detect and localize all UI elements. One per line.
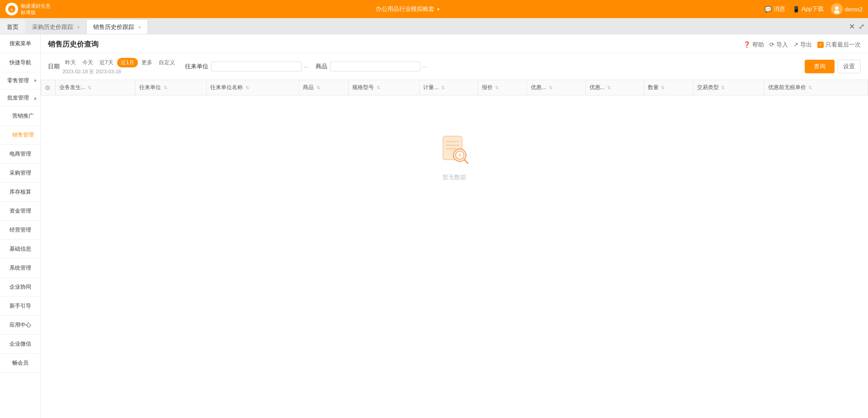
sidebar-item-search[interactable]: 搜索菜单: [0, 34, 40, 53]
query-button[interactable]: 查询: [805, 60, 835, 73]
empty-state: 暂无数据: [41, 95, 868, 218]
tab-purchase-close[interactable]: ×: [77, 24, 80, 30]
empty-icon: [436, 132, 472, 168]
sort-partner-name[interactable]: ⇅: [245, 85, 249, 90]
sidebar-item-retail[interactable]: 零售管理 ▼: [0, 72, 40, 90]
tab-sales-close[interactable]: ×: [138, 24, 141, 30]
more-button[interactable]: 更多: [139, 58, 155, 67]
last1month-button[interactable]: 近1月: [117, 58, 138, 67]
sort-discount1[interactable]: ⇅: [549, 85, 552, 90]
col-pretax-price: 优惠前无税单价 ⇅: [764, 80, 868, 95]
sidebar-item-collab[interactable]: 企业协同: [0, 278, 40, 297]
page-title-bar: 销售历史价查询 ❓ 帮助 ⟳ 导入 ↗ 导出 ✓ 只看最后一次: [41, 34, 868, 53]
sidebar-item-finance[interactable]: 资金管理: [0, 202, 40, 221]
export-button[interactable]: ↗ 导出: [793, 41, 812, 49]
sidebar-item-inventory[interactable]: 库存核算: [0, 183, 40, 202]
date-btn-group: 昨天 今天 近7天 近1月 更多 自定义: [62, 58, 178, 67]
sidebar-wholesale-label: 批发管理: [3, 94, 33, 102]
sidebar-item-system[interactable]: 系统管理: [0, 259, 40, 278]
sort-discount2[interactable]: ⇅: [607, 85, 611, 90]
top-header: 6 畅捷通好生意 标准版 办公用品行业模拟账套 ▾ 💬 消息 📱 App下载 d…: [0, 0, 868, 18]
content-area: 销售历史价查询 ❓ 帮助 ⟳ 导入 ↗ 导出 ✓ 只看最后一次: [41, 34, 868, 418]
sidebar-search-label: 搜索菜单: [9, 40, 31, 47]
sidebar: 搜索菜单 快捷导航 零售管理 ▼ 批发管理 ▲ 营销推广 销售管理 电商管理 采…: [0, 34, 41, 418]
sidebar-retail-label: 零售管理: [3, 77, 33, 85]
tab-bar-actions: ✕ ⤢: [849, 22, 864, 30]
today-button[interactable]: 今天: [80, 58, 96, 67]
custom-button[interactable]: 自定义: [156, 58, 178, 67]
header-right: 💬 消息 📱 App下载 demo2: [764, 3, 863, 15]
yesterday-button[interactable]: 昨天: [62, 58, 79, 67]
partner-filter-group: 往来单位 ···: [185, 62, 308, 71]
help-icon: ❓: [743, 41, 750, 48]
sidebar-operations-label: 经营管理: [9, 227, 31, 233]
sort-pretax-price[interactable]: ⇅: [808, 85, 812, 90]
sidebar-finance-label: 资金管理: [9, 208, 31, 214]
svg-point-2: [835, 6, 839, 10]
sidebar-item-appcenter[interactable]: 应用中心: [0, 316, 40, 335]
window-expand-button[interactable]: ⤢: [859, 22, 864, 30]
sidebar-wechat-label: 企业微信: [9, 341, 31, 347]
app-title-dropdown[interactable]: ▾: [437, 7, 439, 12]
sort-product[interactable]: ⇅: [316, 85, 320, 90]
tab-purchase-history[interactable]: 采购历史价跟踪 ×: [25, 19, 86, 34]
col-partner-name: 往来单位名称 ⇅: [207, 80, 299, 95]
sort-biz-date[interactable]: ⇅: [88, 85, 91, 90]
sidebar-item-quicknav[interactable]: 快捷导航: [0, 53, 40, 72]
tab-sales-history[interactable]: 销售历史价跟踪 ×: [86, 19, 147, 34]
user-area[interactable]: demo2: [831, 3, 863, 15]
product-input[interactable]: [330, 62, 420, 71]
sidebar-item-wechat[interactable]: 企业微信: [0, 335, 40, 354]
header-left: 6 畅捷通好生意 标准版: [5, 3, 51, 16]
import-button[interactable]: ⟳ 导入: [769, 41, 788, 49]
col-product: 商品 ⇅: [299, 80, 349, 95]
logo-area: 6 畅捷通好生意 标准版: [5, 3, 51, 16]
date-buttons-col: 昨天 今天 近7天 近1月 更多 自定义 2023-02-18 至 2023-0…: [62, 58, 178, 75]
app-title: 办公用品行业模拟账套: [376, 5, 434, 13]
tab-sales-label: 销售历史价跟踪: [93, 23, 134, 31]
sidebar-item-newuser[interactable]: 新手引导: [0, 297, 40, 316]
sidebar-appcenter-label: 应用中心: [9, 322, 31, 328]
col-discount2: 优惠... ⇅: [585, 80, 644, 95]
message-button[interactable]: 💬 消息: [764, 5, 785, 13]
col-unit: 计量... ⇅: [420, 80, 478, 95]
filter-bar: 日期 昨天 今天 近7天 近1月 更多 自定义 2023-02-18 至 202…: [41, 53, 868, 80]
empty-text: 暂无数据: [443, 173, 466, 181]
sidebar-item-purchase[interactable]: 采购管理: [0, 164, 40, 183]
svg-line-10: [464, 160, 468, 163]
sidebar-collab-label: 企业协同: [9, 284, 31, 290]
only-last-checkbox-group[interactable]: ✓ 只看最后一次: [817, 41, 861, 49]
sidebar-item-basics[interactable]: 基础信息: [0, 240, 40, 259]
partner-dots-button[interactable]: ···: [303, 63, 308, 70]
partner-input[interactable]: [211, 62, 302, 71]
tab-bar: 首页 采购历史价跟踪 × 销售历史价跟踪 × ✕ ⤢: [0, 18, 868, 34]
product-filter-group: 商品 ···: [316, 62, 427, 71]
sort-partner-code[interactable]: ⇅: [164, 85, 167, 90]
sidebar-newuser-label: 新手引导: [9, 303, 31, 309]
date-range-text: 2023-02-18 至 2023-03-18: [62, 68, 178, 75]
help-button[interactable]: ❓ 帮助: [743, 41, 764, 49]
header-center: 办公用品行业模拟账套 ▾: [376, 5, 439, 13]
settings-button[interactable]: 设置: [837, 60, 861, 73]
sort-quote[interactable]: ⇅: [495, 85, 499, 90]
col-quantity: 数量 ⇅: [644, 80, 693, 95]
sidebar-item-sales[interactable]: 销售管理: [0, 126, 40, 145]
sidebar-purchase-label: 采购管理: [9, 170, 31, 176]
sort-quantity[interactable]: ⇅: [661, 85, 665, 90]
sort-spec[interactable]: ⇅: [377, 85, 380, 90]
sidebar-item-wholesale[interactable]: 批发管理 ▲: [0, 90, 40, 107]
sort-unit[interactable]: ⇅: [441, 85, 445, 90]
gear-icon[interactable]: ⚙: [45, 84, 51, 91]
last7days-button[interactable]: 近7天: [97, 58, 116, 67]
only-last-checkbox[interactable]: ✓: [817, 42, 824, 48]
sidebar-item-member[interactable]: 畅会员: [0, 354, 40, 373]
sidebar-item-operations[interactable]: 经营管理: [0, 221, 40, 240]
tab-purchase-label: 采购历史价跟踪: [32, 23, 73, 31]
window-close-button[interactable]: ✕: [849, 22, 855, 30]
tab-home[interactable]: 首页: [0, 19, 25, 34]
download-button[interactable]: 📱 App下载: [793, 5, 824, 13]
sort-trade-type[interactable]: ⇅: [721, 85, 725, 90]
product-dots-button[interactable]: ···: [422, 63, 427, 70]
sidebar-item-ecommerce[interactable]: 电商管理: [0, 145, 40, 164]
sidebar-item-marketing[interactable]: 营销推广: [0, 107, 40, 126]
